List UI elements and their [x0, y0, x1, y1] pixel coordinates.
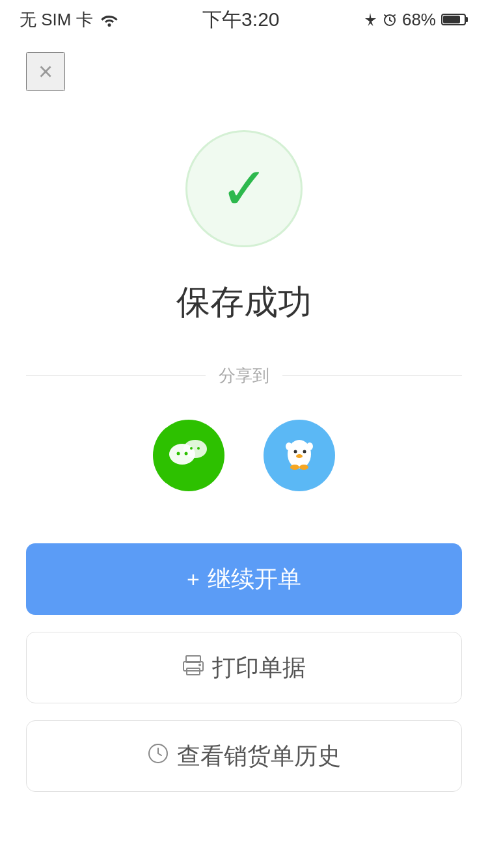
qq-icon [277, 433, 321, 478]
battery-icon [441, 12, 468, 27]
svg-point-13 [294, 450, 297, 454]
success-icon-circle: ✓ [185, 130, 303, 247]
svg-point-16 [286, 442, 292, 450]
share-divider: 分享到 [26, 364, 462, 387]
main-content: × ✓ 保存成功 分享到 [0, 39, 488, 848]
plus-icon: + [187, 567, 200, 592]
close-icon: × [38, 59, 53, 84]
svg-point-5 [183, 440, 207, 458]
wifi-icon [100, 12, 119, 27]
print-label: 打印单据 [212, 652, 306, 684]
status-time: 下午3:20 [202, 7, 279, 33]
print-button[interactable]: 打印单据 [26, 632, 462, 703]
status-left: 无 SIM 卡 [20, 8, 119, 31]
status-right: 68% [363, 10, 468, 30]
continue-label: 继续开单 [208, 563, 301, 595]
checkmark-icon: ✓ [220, 159, 269, 218]
divider-line-left [26, 375, 206, 376]
svg-point-19 [299, 465, 308, 470]
printer-icon [182, 654, 204, 681]
svg-point-18 [290, 465, 299, 470]
svg-rect-3 [443, 16, 460, 23]
qq-share-button[interactable] [264, 420, 335, 491]
svg-point-14 [303, 450, 306, 454]
wechat-icon [165, 432, 212, 479]
svg-point-8 [190, 447, 193, 450]
divider-line-right [282, 375, 462, 376]
sim-text: 无 SIM 卡 [20, 8, 93, 31]
continue-button[interactable]: + 继续开单 [26, 543, 462, 615]
location-icon [363, 12, 377, 27]
alarm-icon [383, 12, 397, 27]
clock-icon [147, 742, 169, 770]
svg-point-9 [197, 447, 200, 450]
svg-point-6 [177, 452, 180, 455]
svg-point-17 [306, 442, 313, 450]
battery-text: 68% [402, 10, 436, 30]
status-bar: 无 SIM 卡 下午3:20 68% [0, 0, 488, 39]
close-button[interactable]: × [26, 52, 65, 91]
share-icons-row [153, 420, 335, 491]
svg-point-23 [198, 664, 201, 666]
share-label: 分享到 [219, 364, 269, 387]
history-label: 查看销货单历史 [177, 740, 341, 772]
wechat-share-button[interactable] [153, 420, 224, 491]
svg-point-15 [296, 454, 303, 458]
svg-point-7 [185, 452, 188, 455]
success-title: 保存成功 [176, 280, 312, 325]
history-button[interactable]: 查看销货单历史 [26, 720, 462, 792]
svg-rect-2 [465, 17, 468, 22]
